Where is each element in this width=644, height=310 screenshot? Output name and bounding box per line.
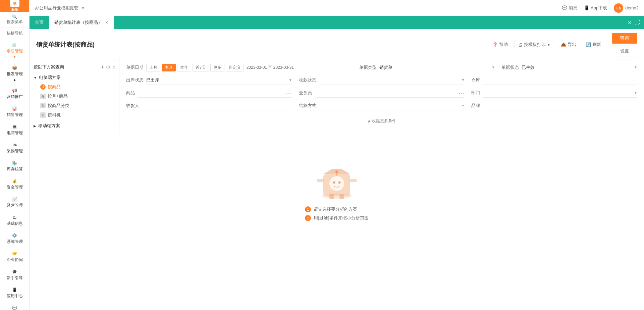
sidebar-quick-nav[interactable]: 快捷导航 [0,28,29,39]
out-status-value[interactable]: 已出库 ▼ [146,75,292,85]
scheme-panel-actions: + ⚙ « [101,64,115,70]
sidebar-item-purchase[interactable]: 🛍 采购管理 [0,139,29,157]
product-value[interactable]: ··· [138,88,292,98]
collapse-label: 收起更多条件 [372,118,396,124]
payment-value[interactable]: ▼ [319,101,465,110]
tab-home[interactable]: 首页 [30,16,49,29]
app-download-btn[interactable]: 📱 App下载 [584,5,607,11]
scheme-item-by-product[interactable]: 按 按商品 [30,82,119,92]
empty-tips: 1 请先选择要分析的方案 2 用[过滤]条件来缩小分析范围 [305,206,368,221]
industry-dropdown-icon[interactable]: ▼ [81,6,85,10]
date-btn-this-year[interactable]: 本年 [177,64,191,71]
refresh-btn[interactable]: 🔄 刷新 [583,40,604,49]
salesman-value[interactable]: ··· [315,88,465,98]
sidebar-item-retail[interactable]: 🛒 零售管理 ▼ [0,39,29,62]
add-scheme-icon[interactable]: + [101,64,104,70]
tab-close-window-icon[interactable]: ✕ [628,19,632,26]
sidebar-item-base[interactable]: 🗂 基础信息 [0,212,29,230]
product-dots: ··· [286,90,292,96]
brand-value[interactable]: ··· [483,101,637,110]
help-btn[interactable]: ❓ 帮助 [490,40,511,49]
desktop-group-arrow: ▼ [34,76,37,80]
help-icon: ❓ [492,42,498,47]
print-icon: 🖨 [518,42,523,47]
receipt-status-label: 收款状态 [299,77,316,83]
sidebar-item-system[interactable]: ⚙️ 系统管理 [0,230,29,248]
sidebar-item-sales-mgmt[interactable]: 📊 销售管理 [0,103,29,121]
receipt-status-value[interactable]: ▼ [319,75,465,85]
wholesale-icon: 📦 [12,65,17,70]
message-label: 消息 [569,5,577,11]
query-button[interactable]: 查询 [612,33,637,44]
collapse-btn[interactable]: ∧ 收起更多条件 [362,117,401,125]
message-btn[interactable]: 💬 消息 [562,5,577,11]
sidebar-item-cooperation[interactable]: 🤝 企业协同 [0,248,29,266]
recipient-label: 收货人 [126,103,139,109]
empty-tip-2: 2 用[过滤]条件来缩小分析范围 [305,215,368,221]
apps-icon: 📱 [12,288,17,292]
collapse-scheme-icon[interactable]: « [112,64,115,70]
product-label: 商品 [126,90,135,96]
retail-icon: 🛒 [12,43,17,47]
guide-icon: 🎓 [12,269,17,274]
settings-scheme-icon[interactable]: ⚙ [106,64,110,70]
filter-field-payment: 结算方式 ▼ [299,101,465,110]
sidebar-item-guide[interactable]: 🎓 新手引导 [0,266,29,284]
svg-point-5 [333,182,335,183]
sidebar-search[interactable]: 🔍 帮助 搜索菜单 [0,12,29,28]
mobile-group-label: 移动端方案 [38,123,60,129]
wechat-icon: 💬 [12,306,17,310]
doc-type-text: 销货单 [379,64,392,70]
operations-label: 经营管理 [7,203,23,208]
user-info[interactable]: Ea demo2 [614,3,639,13]
svg-rect-12 [339,194,344,199]
logo-text: 标版 [11,7,18,12]
salesman-dots: ··· [459,90,465,96]
sidebar-item-inventory[interactable]: 🏪 库存核算 [0,157,29,175]
svg-rect-11 [329,194,334,199]
date-btn-last7[interactable]: 近7天 [193,64,209,71]
doc-status-value[interactable]: 已生效 ▼ [522,63,637,72]
wholesale-label: 批发管理 [7,71,23,77]
department-arrow: ▼ [634,91,637,95]
tip-num-2: 2 [305,215,311,221]
brand-dots: ··· [631,103,637,108]
sidebar-item-ecommerce[interactable]: 💻 电商管理 [0,121,29,139]
settings-button[interactable]: 设置 [612,46,637,56]
date-btn-last-month[interactable]: 上月 [146,64,160,71]
mobile-group-header[interactable]: ▶ 移动端方案 [30,121,119,131]
tab-close-icon[interactable]: ✕ [105,20,108,25]
print-btn[interactable]: 🖨 按模板打印 ▼ [515,40,554,49]
finance-label: 资金管理 [7,185,23,190]
scheme-item-by-driver[interactable]: 司 按司机 [30,110,119,120]
desktop-group-header[interactable]: ▼ 电脑端方案 [30,73,119,82]
doc-status-arrow: ▼ [634,65,637,69]
sidebar-item-marketing[interactable]: 📢 营销推广 [0,85,29,103]
message-icon: 💬 [562,5,567,10]
scheme-item-by-month[interactable]: 月 按月+商品 [30,92,119,101]
doc-type-value[interactable]: 销货单 ▼ [379,63,495,72]
date-btn-this-month[interactable]: 本月 [162,64,176,71]
sidebar-item-apps[interactable]: 📱 应用中心 [0,284,29,302]
sales-mgmt-icon: 📊 [12,106,17,111]
tip-text-1: 请先选择要分析的方案 [314,206,357,212]
date-btn-more[interactable]: 更多 [210,64,224,71]
sidebar-item-operations[interactable]: 📈 经营管理 [0,194,29,212]
export-btn[interactable]: 📤 导出 [558,40,579,49]
sidebar-item-wholesale[interactable]: 📦 批发管理 ▲ [0,62,29,85]
scheme-item-by-category[interactable]: 类 按商品分类 [30,101,119,110]
scheme-panel-header: 按以下方案查询 + ⚙ « [30,62,119,72]
finance-icon: 💰 [12,179,17,184]
department-value[interactable]: ▼ [483,88,637,98]
guide-label: 新手引导 [7,275,23,281]
tab-sales-stats[interactable]: 销货单统计表（按商品） ✕ [49,16,114,29]
tab-expand-icon[interactable]: ⛶ [635,19,640,25]
date-label: 单据日期 [126,64,144,70]
main-area: 办公用品行业模拟账套 ▼ 💬 消息 📱 App下载 Ea demo2 首页 [30,0,644,310]
date-btn-custom[interactable]: 自定义 [226,64,244,71]
sidebar-item-finance[interactable]: 💰 资金管理 [0,175,29,194]
warehouse-value[interactable]: ··· [483,75,637,85]
sidebar-item-wechat[interactable]: 💬 企业微信 [0,302,29,310]
department-label: 部门 [471,90,480,96]
recipient-value[interactable]: ··· [142,101,292,110]
